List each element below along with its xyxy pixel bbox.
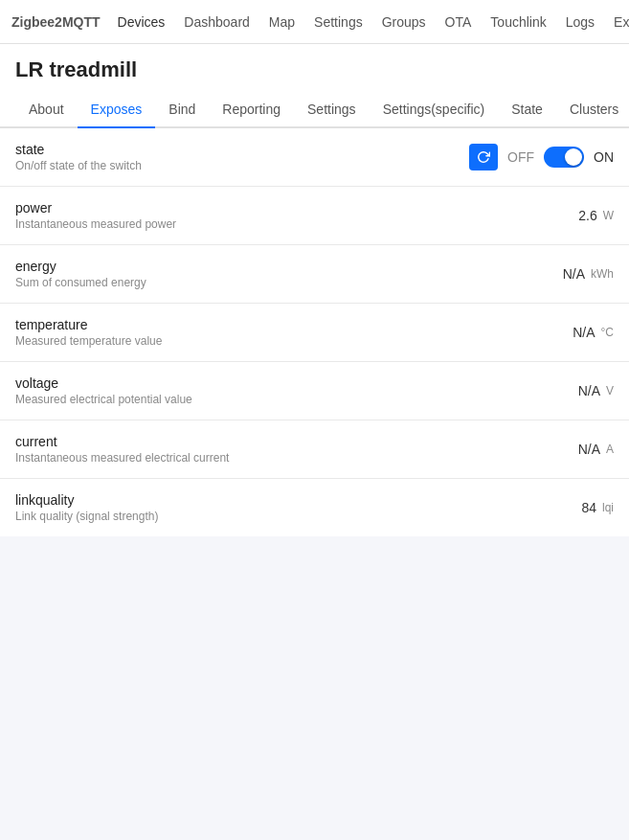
row-energy: energy Sum of consumed energy N/A kWh	[0, 245, 629, 304]
row-linkquality-label: linkquality Link quality (signal strengt…	[15, 492, 581, 523]
row-energy-label: energy Sum of consumed energy	[15, 259, 563, 289]
temperature-unit: °C	[601, 326, 614, 339]
off-label: OFF	[507, 149, 534, 165]
energy-unit: kWh	[591, 267, 614, 281]
tab-clusters[interactable]: Clusters	[556, 92, 629, 128]
page-title: LR treadmill	[0, 44, 629, 92]
row-linkquality-title: linkquality	[15, 492, 581, 508]
state-toggle[interactable]	[544, 147, 584, 168]
row-current-value: N/A A	[578, 442, 614, 457]
refresh-button[interactable]	[469, 144, 498, 170]
row-temperature-title: temperature	[15, 317, 573, 332]
tab-exposes[interactable]: Exposes	[78, 92, 156, 128]
row-current: current Instantaneous measured electrica…	[0, 420, 629, 479]
row-temperature: temperature Measured temperature value N…	[0, 304, 629, 362]
row-temperature-desc: Measured temperature value	[15, 334, 573, 348]
row-current-label: current Instantaneous measured electrica…	[15, 434, 578, 465]
row-linkquality: linkquality Link quality (signal strengt…	[0, 479, 629, 536]
row-energy-title: energy	[15, 259, 563, 274]
linkquality-unit: lqi	[602, 501, 614, 514]
power-unit: W	[603, 209, 614, 222]
voltage-unit: V	[606, 384, 614, 397]
row-state-desc: On/off state of the switch	[15, 159, 469, 172]
row-temperature-label: temperature Measured temperature value	[15, 317, 573, 348]
row-state-label: state On/off state of the switch	[15, 142, 469, 172]
nav-extensions[interactable]: Extensions	[604, 0, 629, 44]
navbar-brand[interactable]: Zigbee2MQTT	[11, 14, 101, 30]
tab-reporting[interactable]: Reporting	[209, 92, 294, 128]
row-power-value: 2.6 W	[578, 208, 614, 223]
linkquality-value: 84	[581, 500, 596, 515]
on-label: ON	[594, 149, 614, 165]
row-linkquality-desc: Link quality (signal strength)	[15, 510, 581, 523]
nav-touchlink[interactable]: Touchlink	[481, 0, 555, 44]
row-energy-desc: Sum of consumed energy	[15, 276, 563, 289]
nav-dashboard[interactable]: Dashboard	[174, 0, 259, 44]
row-voltage-label: voltage Measured electrical potential va…	[15, 375, 578, 406]
tabs-bar: About Exposes Bind Reporting Settings Se…	[0, 92, 629, 128]
nav-groups[interactable]: Groups	[372, 0, 436, 44]
background-area	[0, 536, 629, 840]
nav-logs[interactable]: Logs	[556, 0, 604, 44]
voltage-value: N/A	[578, 383, 600, 398]
power-value: 2.6	[578, 208, 596, 223]
temperature-value: N/A	[573, 325, 595, 340]
refresh-icon	[477, 150, 490, 164]
tab-settings[interactable]: Settings	[294, 92, 370, 128]
tab-bind[interactable]: Bind	[155, 92, 209, 128]
nav-ota[interactable]: OTA	[436, 0, 482, 44]
row-power: power Instantaneous measured power 2.6 W	[0, 187, 629, 245]
row-voltage-title: voltage	[15, 375, 578, 391]
tab-settings-specific[interactable]: Settings(specific)	[370, 92, 499, 128]
row-power-label: power Instantaneous measured power	[15, 200, 578, 231]
row-power-desc: Instantaneous measured power	[15, 217, 578, 231]
row-state: state On/off state of the switch OFF ON	[0, 128, 629, 187]
row-current-title: current	[15, 434, 578, 449]
state-controls: OFF ON	[469, 144, 614, 170]
row-linkquality-value: 84 lqi	[581, 500, 614, 515]
row-temperature-value: N/A °C	[573, 325, 614, 340]
current-unit: A	[606, 443, 614, 456]
toggle-thumb	[565, 148, 582, 166]
row-state-title: state	[15, 142, 469, 157]
tab-state[interactable]: State	[498, 92, 556, 128]
nav-devices[interactable]: Devices	[108, 0, 175, 44]
energy-value: N/A	[563, 266, 585, 282]
navbar: Zigbee2MQTT Devices Dashboard Map Settin…	[0, 0, 629, 44]
nav-map[interactable]: Map	[259, 0, 304, 44]
current-value: N/A	[578, 442, 600, 457]
row-power-title: power	[15, 200, 578, 216]
tab-about[interactable]: About	[15, 92, 78, 128]
row-current-desc: Instantaneous measured electrical curren…	[15, 451, 578, 465]
row-energy-value: N/A kWh	[563, 266, 614, 282]
row-voltage-value: N/A V	[578, 383, 614, 398]
nav-settings[interactable]: Settings	[304, 0, 372, 44]
row-voltage-desc: Measured electrical potential value	[15, 393, 578, 406]
content-area: state On/off state of the switch OFF ON …	[0, 128, 629, 536]
row-voltage: voltage Measured electrical potential va…	[0, 362, 629, 420]
